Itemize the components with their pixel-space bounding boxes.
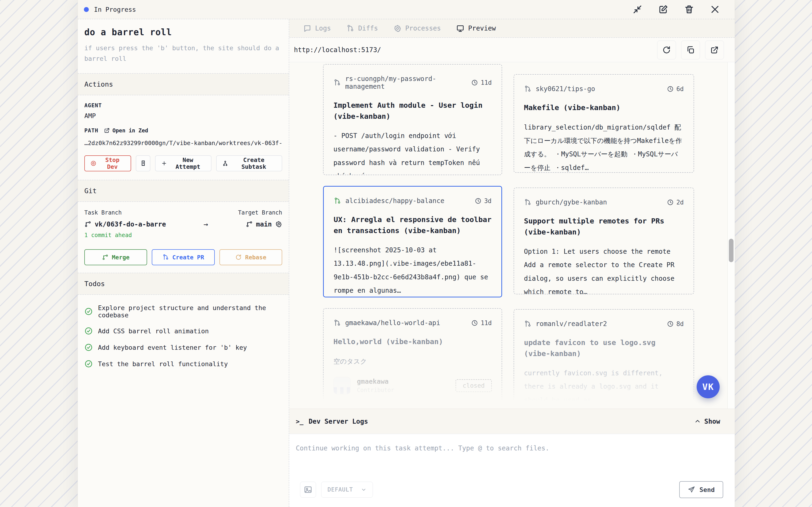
merge-button[interactable]: Merge bbox=[84, 249, 147, 265]
attach-image-button[interactable] bbox=[300, 482, 316, 498]
card-author: gmaekawa bbox=[357, 378, 394, 385]
agent-label: AGENT bbox=[84, 102, 282, 108]
target-branch-label: Target Branch bbox=[238, 209, 282, 216]
pull-request-icon bbox=[524, 85, 531, 93]
variant-dropdown[interactable]: DEFAULT bbox=[321, 482, 373, 498]
pull-request-icon bbox=[346, 24, 354, 33]
new-attempt-button[interactable]: New Attempt bbox=[155, 155, 211, 171]
git-section-heading: Git bbox=[78, 180, 289, 202]
pull-request-icon bbox=[524, 199, 531, 206]
path-label: PATH bbox=[84, 127, 98, 133]
card-repo: gmaekawa/hello-world-api bbox=[345, 319, 440, 327]
vibe-kanban-logo-button[interactable]: VK bbox=[697, 375, 720, 398]
refresh-icon bbox=[235, 254, 242, 261]
composer-input[interactable] bbox=[296, 444, 721, 480]
task-card[interactable]: romanlv/readlater2 8d update favicon to … bbox=[514, 309, 694, 409]
todo-item: Add CSS barrel roll animation bbox=[84, 327, 282, 335]
tab-bar: Logs Diffs Processes Preview bbox=[289, 19, 735, 38]
refresh-button[interactable] bbox=[657, 41, 676, 59]
minimize-icon[interactable] bbox=[632, 4, 643, 14]
task-card[interactable]: gburch/gybe-kanban 2d Support multiple r… bbox=[514, 187, 694, 294]
arrow-right-icon: → bbox=[203, 220, 208, 229]
show-logs-button[interactable]: Show bbox=[694, 417, 720, 425]
delete-icon[interactable] bbox=[684, 4, 694, 14]
rebase-button[interactable]: Rebase bbox=[219, 249, 282, 265]
card-title: Hello,world (vibe-kanban) bbox=[334, 336, 492, 347]
check-circle-icon bbox=[84, 343, 93, 352]
external-link-icon bbox=[710, 46, 719, 54]
clock-icon bbox=[667, 86, 674, 92]
todo-item: Explore project structure and understand… bbox=[84, 304, 282, 319]
git-merge-icon bbox=[102, 254, 109, 261]
card-body: Option 1: Let users choose the remote Ad… bbox=[524, 245, 684, 294]
close-icon[interactable] bbox=[710, 4, 720, 14]
task-sidebar: do a barrel roll if users press the 'b' … bbox=[78, 19, 289, 507]
copy-icon bbox=[686, 46, 695, 54]
task-branch-label: Task Branch bbox=[84, 209, 122, 216]
pull-request-icon bbox=[334, 79, 341, 87]
card-title: Makefile (vibe-kanban) bbox=[524, 102, 684, 113]
card-body: 空のタスク bbox=[334, 355, 492, 368]
task-branch-value: vk/063f-do-a-barre bbox=[84, 220, 166, 228]
edit-icon[interactable] bbox=[658, 4, 668, 14]
card-repo: romanlv/readlater2 bbox=[536, 320, 607, 328]
send-button[interactable]: Send bbox=[679, 481, 723, 498]
card-repo: alcibiadesc/happy-balance bbox=[345, 197, 444, 205]
card-title: Implement Auth module - User login (vibe… bbox=[334, 100, 492, 122]
tab-preview[interactable]: Preview bbox=[456, 24, 496, 33]
card-body: ![screenshot 2025-10-03 at 13.13.48.png]… bbox=[334, 243, 492, 297]
stop-circle-icon bbox=[91, 160, 96, 167]
clock-icon bbox=[471, 320, 478, 326]
card-title: UX: Arregla el responsive de toolbar en … bbox=[334, 214, 492, 236]
task-card-selected[interactable]: alcibiadesc/happy-balance 3d UX: Arregla… bbox=[323, 186, 502, 297]
gear-icon[interactable] bbox=[275, 221, 282, 228]
paper-plane-icon bbox=[688, 486, 695, 493]
task-card[interactable]: sky0621/tips-go 6d Makefile (vibe-kanban… bbox=[514, 74, 694, 173]
dev-server-logs-label: Dev Server Logs bbox=[309, 417, 368, 425]
card-age: 3d bbox=[475, 198, 492, 205]
preview-viewport: rs-cuongph/my-password-management 11d Im… bbox=[289, 62, 735, 409]
image-icon bbox=[304, 486, 312, 494]
todo-item: Add keyboard event listener for 'b' key bbox=[84, 343, 282, 352]
tab-diffs[interactable]: Diffs bbox=[346, 24, 378, 33]
avatar bbox=[334, 377, 351, 394]
chat-bubble-icon bbox=[303, 24, 311, 33]
task-description: if users press the 'b' button, the site … bbox=[84, 43, 282, 64]
card-repo: gburch/gybe-kanban bbox=[536, 199, 607, 206]
stop-dev-button[interactable]: Stop Dev bbox=[84, 155, 131, 171]
open-in-zed-link[interactable]: Open in Zed bbox=[104, 127, 148, 133]
task-card[interactable]: rs-cuongph/my-password-management 11d Im… bbox=[323, 64, 502, 175]
target-branch-value: main bbox=[246, 220, 282, 228]
create-subtask-button[interactable]: Create Subtask bbox=[216, 155, 282, 171]
worktree-path: …2dz0k7n62z93299r0000gn/T/vibe-kanban/wo… bbox=[84, 139, 282, 147]
todo-list: Explore project structure and understand… bbox=[78, 295, 289, 385]
clock-icon bbox=[475, 198, 481, 204]
script-icon bbox=[140, 160, 146, 167]
todos-section-heading: Todos bbox=[78, 273, 289, 295]
plus-icon bbox=[161, 160, 167, 167]
open-external-button[interactable] bbox=[705, 41, 724, 59]
card-author-role: Contributor bbox=[357, 387, 394, 393]
pull-request-icon bbox=[162, 254, 169, 261]
dialog-header: In Progress bbox=[78, 0, 735, 19]
task-card[interactable]: gmaekawa/hello-world-api 11d Hello,world… bbox=[323, 308, 502, 409]
todo-item: Test the barrel roll functionality bbox=[84, 359, 282, 368]
clock-icon bbox=[471, 79, 478, 86]
task-title: do a barrel roll bbox=[84, 27, 282, 37]
card-age: 6d bbox=[667, 86, 684, 93]
message-composer: DEFAULT Send bbox=[289, 434, 735, 507]
url-text[interactable]: http://localhost:5173/ bbox=[294, 46, 381, 54]
copy-url-button[interactable] bbox=[681, 41, 700, 59]
view-dev-logs-button[interactable] bbox=[136, 155, 150, 171]
status-badge: closed bbox=[456, 379, 492, 392]
scrollbar-thumb[interactable] bbox=[729, 239, 733, 262]
pull-request-icon bbox=[524, 320, 531, 328]
card-age: 11d bbox=[471, 320, 492, 327]
pull-request-icon bbox=[334, 319, 341, 327]
tab-processes[interactable]: Processes bbox=[394, 24, 441, 33]
check-circle-icon bbox=[84, 327, 93, 335]
tab-logs[interactable]: Logs bbox=[303, 24, 331, 33]
url-bar: http://localhost:5173/ bbox=[289, 38, 735, 62]
create-pr-button[interactable]: Create PR bbox=[152, 249, 214, 265]
git-branch-icon bbox=[84, 221, 91, 228]
